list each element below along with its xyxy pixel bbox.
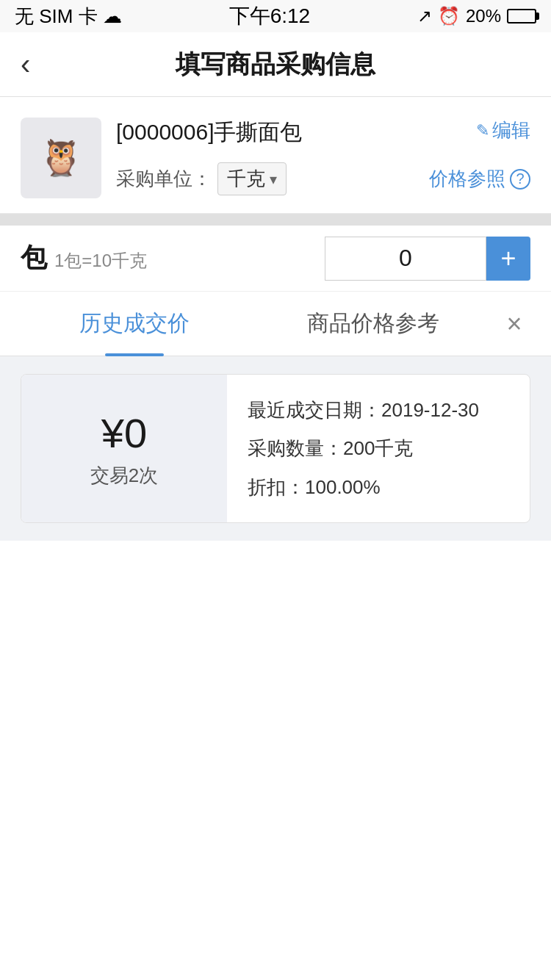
discount-label: 折扣： bbox=[248, 476, 305, 498]
product-logo-icon: 🦉 bbox=[39, 137, 83, 179]
recent-date-value: 2019-12-30 bbox=[381, 399, 479, 421]
chevron-down-icon: ▾ bbox=[270, 170, 277, 188]
battery-percent: 20% bbox=[466, 6, 501, 26]
price-amount: ¥0 bbox=[101, 409, 147, 457]
price-summary: ¥0 交易2次 bbox=[21, 375, 227, 522]
tab2-label: 商品价格参考 bbox=[307, 309, 439, 339]
status-left: 无 SIM 卡 ☁ bbox=[15, 4, 122, 29]
discount: 折扣：100.00% bbox=[248, 474, 509, 500]
unit-prefix-label: 采购单位： bbox=[116, 166, 212, 192]
quantity-right: + bbox=[325, 237, 530, 281]
status-bar: 无 SIM 卡 ☁ 下午6:12 ↗ ⏰ 20% bbox=[0, 0, 551, 32]
purchase-quantity: 采购数量：200千克 bbox=[248, 435, 509, 461]
product-info: [0000006]手撕面包 ✎ 编辑 采购单位： 千克 ▾ 价格参照 ? bbox=[116, 118, 530, 195]
unit-value: 千克 bbox=[227, 166, 265, 192]
product-header: [0000006]手撕面包 ✎ 编辑 bbox=[116, 118, 530, 148]
edit-label: 编辑 bbox=[492, 118, 530, 143]
price-reference-button[interactable]: 价格参照 ? bbox=[429, 166, 530, 192]
quantity-left: 包 1包=10千克 bbox=[21, 240, 147, 276]
trade-count: 交易2次 bbox=[90, 463, 158, 489]
edit-icon: ✎ bbox=[476, 121, 489, 140]
tab1-label: 历史成交价 bbox=[79, 309, 190, 339]
help-icon: ? bbox=[510, 169, 530, 190]
tab-product-price-ref[interactable]: 商品价格参考 bbox=[253, 292, 492, 356]
quantity-row: 包 1包=10千克 + bbox=[0, 226, 551, 292]
discount-value: 100.00% bbox=[305, 476, 381, 498]
status-time: 下午6:12 bbox=[229, 2, 311, 30]
price-ref-label: 价格参照 bbox=[429, 166, 505, 192]
edit-button[interactable]: ✎ 编辑 bbox=[476, 118, 530, 143]
tabs-header: 历史成交价 商品价格参考 × bbox=[0, 292, 551, 356]
product-image: 🦉 bbox=[21, 118, 101, 198]
recent-date-label: 最近成交日期： bbox=[248, 399, 381, 421]
section-divider bbox=[0, 214, 551, 226]
price-card-container: ¥0 交易2次 最近成交日期：2019-12-30 采购数量：200千克 折扣：… bbox=[0, 356, 551, 541]
tabs-close-button[interactable]: × bbox=[492, 302, 536, 346]
quantity-input[interactable] bbox=[325, 237, 486, 281]
battery-icon bbox=[507, 9, 536, 24]
quantity-value: 200千克 bbox=[343, 437, 413, 459]
unit-select[interactable]: 千克 ▾ bbox=[217, 162, 287, 195]
tab-active-indicator bbox=[105, 353, 164, 356]
quantity-unit-label: 包 bbox=[21, 240, 47, 276]
product-card: 🦉 [0000006]手撕面包 ✎ 编辑 采购单位： 千克 ▾ 价格参照 ? bbox=[0, 97, 551, 214]
quantity-conversion: 1包=10千克 bbox=[54, 249, 147, 273]
tab-history-price[interactable]: 历史成交价 bbox=[15, 292, 253, 356]
sim-label: 无 SIM 卡 ☁ bbox=[15, 4, 122, 29]
quantity-plus-button[interactable]: + bbox=[486, 237, 530, 281]
quantity-label: 采购数量： bbox=[248, 437, 343, 459]
price-card: ¥0 交易2次 最近成交日期：2019-12-30 采购数量：200千克 折扣：… bbox=[21, 374, 530, 523]
product-unit-row: 采购单位： 千克 ▾ 价格参照 ? bbox=[116, 162, 530, 195]
page-title: 填写商品采购信息 bbox=[176, 48, 375, 82]
nav-bar: ‹ 填写商品采购信息 bbox=[0, 32, 551, 97]
alarm-icon: ⏰ bbox=[438, 6, 460, 26]
status-right: ↗ ⏰ 20% bbox=[417, 6, 536, 26]
tabs-panel: 历史成交价 商品价格参考 × ¥0 交易2次 最近成交日期：2019-12-30… bbox=[0, 292, 551, 541]
product-name: [0000006]手撕面包 bbox=[116, 118, 302, 148]
main-content-area bbox=[0, 541, 551, 980]
back-button[interactable]: ‹ bbox=[21, 48, 30, 81]
recent-date: 最近成交日期：2019-12-30 bbox=[248, 397, 509, 423]
location-icon: ↗ bbox=[417, 6, 432, 26]
price-details: 最近成交日期：2019-12-30 采购数量：200千克 折扣：100.00% bbox=[227, 375, 530, 522]
